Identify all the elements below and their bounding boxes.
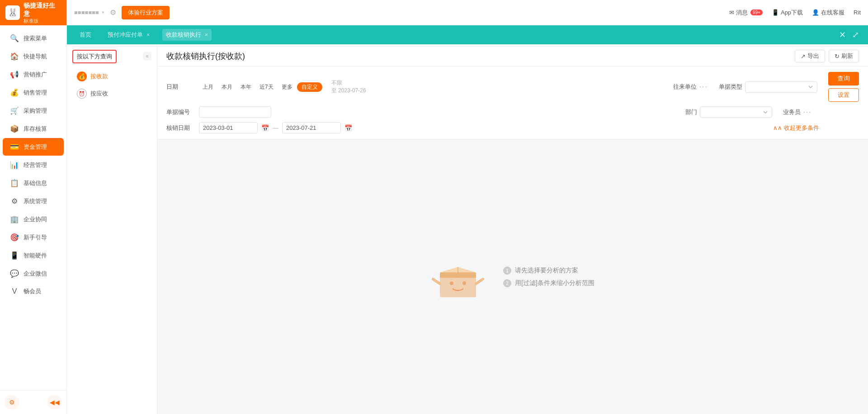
partner-field: 往来单位 ··· [673,83,708,91]
box-icon: 📦 [10,124,19,133]
settings-icon[interactable]: ⚙ [110,8,116,17]
doc-type-select[interactable] [745,81,817,93]
partner-more-icon[interactable]: ··· [699,83,708,91]
nav-tab-receipt-close[interactable]: × [205,31,208,38]
nav-tab-prepay[interactable]: 预付冲应付单 × [104,29,153,41]
filter-option-by-receipt[interactable]: 💰 按收款 [72,68,151,85]
calendar-start-icon[interactable]: 📅 [261,124,269,132]
filter-option-label: 按收款 [90,72,108,81]
date-tab-prev-month[interactable]: 上月 [199,82,217,92]
staff-more-icon[interactable]: ··· [803,108,812,116]
sidebar-item-basic-info[interactable]: 📋 基础信息 [3,174,64,192]
date-tab-this-year[interactable]: 本年 [237,82,255,92]
page-title: 收款核销执行(按收款) [166,51,245,62]
sidebar-item-label: 资金管理 [24,143,47,151]
download-icon: 📱 [772,9,779,16]
main-area: ■■■■■■■ ▾ ⚙ 体验行业方案 ✉ 消息 99+ 📱 App下载 👤 在线… [67,0,868,414]
account-selector[interactable]: ■■■■■■■ ▾ [74,9,104,16]
message-label: 消息 [736,9,748,17]
chat-icon: 💬 [10,269,19,278]
app-name: 畅捷通好生意 [24,1,61,18]
dropdown-icon: ▾ [102,10,104,15]
staff-label: 业务员 [783,108,801,116]
sidebar-item-label: 营销推广 [24,71,47,79]
date-filter-label: 日期 [166,83,192,91]
maximize-btn[interactable]: ⤢ [852,30,859,40]
money-icon: 💰 [10,88,19,97]
megaphone-icon: 📢 [10,70,19,79]
svg-line-7 [476,279,483,284]
nav-tab-prepay-close[interactable]: × [146,31,150,38]
message-btn[interactable]: ✉ 消息 99+ [729,9,763,17]
app-download-btn[interactable]: 📱 App下载 [772,9,803,17]
filter-settings-button[interactable]: 设置 [828,88,859,102]
settings-footer-btn[interactable]: ⚙ [5,395,19,409]
content-area: 按以下方查询 « 💰 按收款 ⏰ 按应收 收款核销执行(按收款) [67,44,868,414]
data-area: 1 请先选择要分析的方案 2 用[过滤]条件来缩小分析范围 [157,139,868,414]
empty-state: 1 请先选择要分析的方案 2 用[过滤]条件来缩小分析范围 [431,254,594,300]
cart-icon: 🛒 [10,106,19,115]
sidebar-item-label: 经营管理 [24,161,47,169]
write-off-end-input[interactable] [282,122,341,133]
date-tab-custom[interactable]: 自定义 [297,82,322,92]
sidebar-item-operations[interactable]: 📊 经营管理 [3,156,64,174]
left-filter-panel: 按以下方查询 « 💰 按收款 ⏰ 按应收 [67,44,157,414]
sidebar: 🐰 畅捷通好生意 标准版 🔍 搜索菜单 🏠 快捷导航 📢 营销推广 💰 销售管理… [0,0,67,414]
refresh-button[interactable]: ↻ 刷新 [829,50,859,62]
sidebar-item-hardware[interactable]: 📱 智能硬件 [3,247,64,264]
sidebar-item-search[interactable]: 🔍 搜索菜单 [3,29,64,47]
nav-tab-home-label: 首页 [80,31,91,38]
doc-no-input[interactable] [199,106,271,118]
sidebar-item-label: 企业协同 [24,215,47,224]
nav-tab-home[interactable]: 首页 [76,29,95,41]
sidebar-item-label: 智能硬件 [24,252,47,260]
online-service-btn[interactable]: 👤 在线客服 [812,9,844,17]
sidebar-item-wechat[interactable]: 💬 企业微信 [3,265,64,282]
collapse-more-btn[interactable]: ∧∧ 收起更多条件 [773,124,819,132]
svg-point-5 [462,281,466,285]
nav-tab-receipt[interactable]: 收款核销执行 × [162,29,212,41]
sidebar-item-purchase[interactable]: 🛒 采购管理 [3,102,64,119]
gear-icon: ⚙ [10,197,19,205]
date-tab-last-7-days[interactable]: 近7天 [256,82,277,92]
sidebar-item-label: 采购管理 [24,107,47,115]
date-tab-this-month[interactable]: 本月 [218,82,236,92]
logo-icon: 🐰 [5,5,20,20]
write-off-date-label: 核销日期 [166,124,192,132]
doc-type-field: 单据类型 [719,81,817,93]
sidebar-item-label: 新手引导 [24,233,47,242]
sidebar-item-newbie[interactable]: 🎯 新手引导 [3,228,64,246]
receivable-icon: ⏰ [77,89,87,99]
sidebar-item-sales[interactable]: 💰 销售管理 [3,84,64,101]
collapse-filter-btn[interactable]: « [143,52,151,60]
doc-type-label: 单据类型 [719,83,742,91]
service-icon: 👤 [812,9,819,16]
filter-row-1: 日期 上月 本月 本年 近7天 更多 自定义 不限 至 2023-07-26 [166,72,859,102]
chevron-up-icon: ∧∧ [773,124,782,131]
sidebar-item-enterprise[interactable]: 🏢 企业协同 [3,210,64,228]
sidebar-item-label: 企业微信 [24,270,47,278]
filter-row-2: 单据编号 部门 业务员 ··· [166,106,859,118]
sidebar-item-finance[interactable]: 💳 资金管理 [3,138,64,156]
username-display[interactable]: Rit [854,9,861,16]
sidebar-item-marketing[interactable]: 📢 营销推广 [3,66,64,83]
sidebar-item-system[interactable]: ⚙ 系统管理 [3,192,64,210]
solution-button[interactable]: 体验行业方案 [122,6,170,19]
date-tab-more[interactable]: 更多 [278,82,296,92]
filter-option-by-receivable[interactable]: ⏰ 按应收 [72,85,151,102]
calendar-end-icon[interactable]: 📅 [344,124,352,132]
sidebar-item-vip[interactable]: V 畅会员 [3,283,64,300]
dept-select[interactable] [700,106,772,118]
collapse-sidebar-btn[interactable]: ◀◀ [47,395,62,409]
close-window-btn[interactable]: ✕ [839,30,846,40]
sidebar-item-inventory[interactable]: 📦 库存核算 [3,120,64,138]
date-separator: — [273,124,278,131]
write-off-start-input[interactable] [199,122,258,133]
tip-text-1: 请先选择要分析的方案 [515,266,578,275]
nav-tab-prepay-label: 预付冲应付单 [108,31,143,38]
export-button[interactable]: ↗ 导出 [795,50,825,62]
filter-option-label: 按应收 [90,90,108,98]
app-download-label: App下载 [781,9,803,17]
query-button[interactable]: 查询 [828,72,859,86]
sidebar-item-quick-nav[interactable]: 🏠 快捷导航 [3,48,64,65]
